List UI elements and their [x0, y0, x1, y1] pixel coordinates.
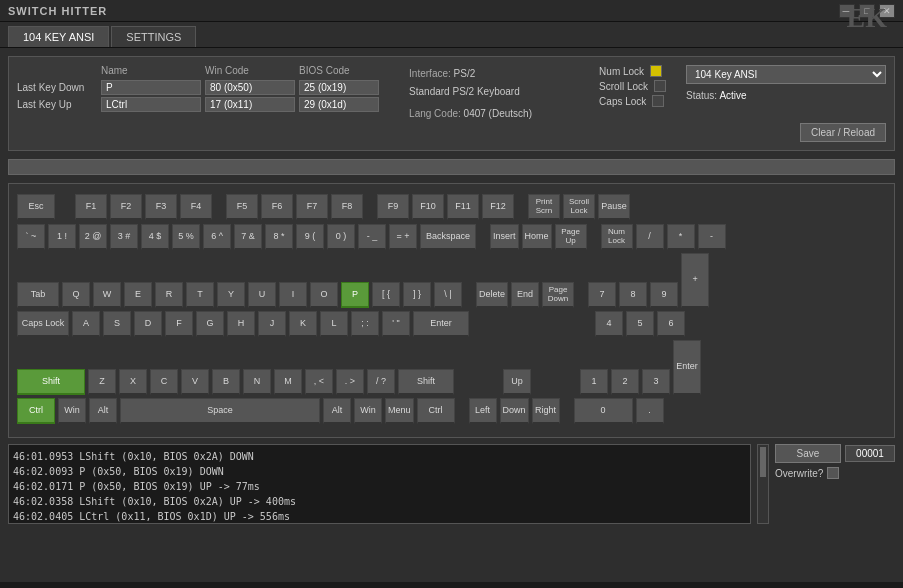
- key-num-6[interactable]: 6: [657, 311, 685, 337]
- key-f7[interactable]: F7: [296, 194, 328, 220]
- key-page-down[interactable]: PageDown: [542, 282, 574, 308]
- key-shift-right[interactable]: Shift: [398, 369, 454, 395]
- key-ctrl-left[interactable]: Ctrl: [17, 398, 55, 424]
- key-2[interactable]: 2 @: [79, 224, 107, 250]
- key-backslash[interactable]: \ |: [434, 282, 462, 308]
- key-num-4[interactable]: 4: [595, 311, 623, 337]
- key-num-3[interactable]: 3: [642, 369, 670, 395]
- clear-reload-button[interactable]: Clear / Reload: [800, 123, 886, 142]
- key-l[interactable]: L: [320, 311, 348, 337]
- overwrite-checkbox[interactable]: [827, 467, 839, 479]
- save-button[interactable]: Save: [775, 444, 841, 463]
- key-c[interactable]: C: [150, 369, 178, 395]
- key-shift-left[interactable]: Shift: [17, 369, 85, 395]
- key-left[interactable]: Left: [469, 398, 497, 424]
- key-0[interactable]: 0 ): [327, 224, 355, 250]
- key-s[interactable]: S: [103, 311, 131, 337]
- key-alt-left[interactable]: Alt: [89, 398, 117, 424]
- key-scroll-lock[interactable]: ScrollLock: [563, 194, 595, 220]
- key-a[interactable]: A: [72, 311, 100, 337]
- key-f8[interactable]: F8: [331, 194, 363, 220]
- key-3[interactable]: 3 #: [110, 224, 138, 250]
- key-d[interactable]: D: [134, 311, 162, 337]
- key-num-5[interactable]: 5: [626, 311, 654, 337]
- key-f12[interactable]: F12: [482, 194, 514, 220]
- key-minus[interactable]: - _: [358, 224, 386, 250]
- key-end[interactable]: End: [511, 282, 539, 308]
- tab-104-key-ansi[interactable]: 104 KEY ANSI: [8, 26, 109, 47]
- key-quote[interactable]: ' ": [382, 311, 410, 337]
- key-x[interactable]: X: [119, 369, 147, 395]
- key-enter[interactable]: Enter: [413, 311, 469, 337]
- key-num-1[interactable]: 1: [580, 369, 608, 395]
- key-ctrl-right[interactable]: Ctrl: [417, 398, 455, 424]
- key-v[interactable]: V: [181, 369, 209, 395]
- key-p[interactable]: P: [341, 282, 369, 308]
- key-b[interactable]: B: [212, 369, 240, 395]
- key-f9[interactable]: F9: [377, 194, 409, 220]
- key-num-lock[interactable]: NumLock: [601, 224, 633, 250]
- key-k[interactable]: K: [289, 311, 317, 337]
- key-period[interactable]: . >: [336, 369, 364, 395]
- key-h[interactable]: H: [227, 311, 255, 337]
- key-backtick[interactable]: ` ~: [17, 224, 45, 250]
- key-num-2[interactable]: 2: [611, 369, 639, 395]
- key-q[interactable]: Q: [62, 282, 90, 308]
- key-win-right[interactable]: Win: [354, 398, 382, 424]
- key-num-asterisk[interactable]: *: [667, 224, 695, 250]
- key-num-7[interactable]: 7: [588, 282, 616, 308]
- tab-settings[interactable]: SETTINGS: [111, 26, 196, 47]
- key-i[interactable]: I: [279, 282, 307, 308]
- key-up[interactable]: Up: [503, 369, 531, 395]
- key-g[interactable]: G: [196, 311, 224, 337]
- key-insert[interactable]: Insert: [490, 224, 519, 250]
- key-num-plus[interactable]: +: [681, 253, 709, 308]
- key-5[interactable]: 5 %: [172, 224, 200, 250]
- key-e[interactable]: E: [124, 282, 152, 308]
- key-alt-right[interactable]: Alt: [323, 398, 351, 424]
- key-semicolon[interactable]: ; :: [351, 311, 379, 337]
- key-n[interactable]: N: [243, 369, 271, 395]
- key-num-slash[interactable]: /: [636, 224, 664, 250]
- key-u[interactable]: U: [248, 282, 276, 308]
- key-down[interactable]: Down: [500, 398, 529, 424]
- scrollbar-thumb[interactable]: [760, 447, 766, 477]
- key-num-8[interactable]: 8: [619, 282, 647, 308]
- key-comma[interactable]: , <: [305, 369, 333, 395]
- key-f6[interactable]: F6: [261, 194, 293, 220]
- key-t[interactable]: T: [186, 282, 214, 308]
- key-menu[interactable]: Menu: [385, 398, 414, 424]
- key-j[interactable]: J: [258, 311, 286, 337]
- log-scrollbar[interactable]: [757, 444, 769, 524]
- key-f1[interactable]: F1: [75, 194, 107, 220]
- key-6[interactable]: 6 ^: [203, 224, 231, 250]
- key-f2[interactable]: F2: [110, 194, 142, 220]
- key-f10[interactable]: F10: [412, 194, 444, 220]
- key-z[interactable]: Z: [88, 369, 116, 395]
- key-num-0[interactable]: 0: [574, 398, 633, 424]
- key-r[interactable]: R: [155, 282, 183, 308]
- key-f5[interactable]: F5: [226, 194, 258, 220]
- key-num-9[interactable]: 9: [650, 282, 678, 308]
- key-4[interactable]: 4 $: [141, 224, 169, 250]
- key-o[interactable]: O: [310, 282, 338, 308]
- key-num-minus[interactable]: -: [698, 224, 726, 250]
- key-f3[interactable]: F3: [145, 194, 177, 220]
- key-right[interactable]: Right: [532, 398, 560, 424]
- key-pause[interactable]: Pause: [598, 194, 630, 220]
- key-tab[interactable]: Tab: [17, 282, 59, 308]
- key-equals[interactable]: = +: [389, 224, 417, 250]
- key-print-screen[interactable]: PrintScrn: [528, 194, 560, 220]
- key-w[interactable]: W: [93, 282, 121, 308]
- key-f4[interactable]: F4: [180, 194, 212, 220]
- key-7[interactable]: 7 &: [234, 224, 262, 250]
- key-1[interactable]: 1 !: [48, 224, 76, 250]
- key-space[interactable]: Space: [120, 398, 320, 424]
- key-f[interactable]: F: [165, 311, 193, 337]
- keyboard-select[interactable]: 104 Key ANSI: [686, 65, 886, 84]
- key-win-left[interactable]: Win: [58, 398, 86, 424]
- key-f11[interactable]: F11: [447, 194, 479, 220]
- key-esc[interactable]: Esc: [17, 194, 55, 220]
- key-9[interactable]: 9 (: [296, 224, 324, 250]
- key-8[interactable]: 8 *: [265, 224, 293, 250]
